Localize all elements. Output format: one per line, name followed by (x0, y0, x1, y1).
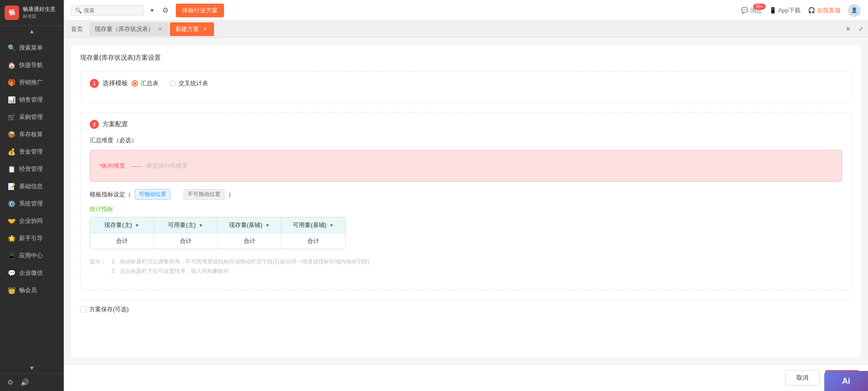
ai-float-button[interactable]: Ai (824, 371, 868, 391)
col-1-chevron-icon[interactable]: ▼ (199, 223, 203, 228)
section1-header: 1 选择模板 汇总表 交叉统计表 (90, 79, 842, 88)
stats-col-3-label: 可用量(基辅) (293, 221, 327, 229)
message-badge: 99+ (753, 4, 766, 10)
cooperation-icon: 🤝 (7, 217, 15, 225)
sidebar-item-sales-label: 销售管理 (19, 96, 43, 104)
sidebar-item-system-label: 系统管理 (19, 200, 43, 208)
sidebar-item-search[interactable]: 🔍 搜索菜单 (0, 39, 64, 57)
scroll-down-btn[interactable]: ▼ (0, 363, 64, 373)
sidebar-nav: 🔍 搜索菜单 🏠 快捷导航 🎁 营销推广 📊 销售管理 🛒 采购管理 📦 库存核… (0, 36, 64, 363)
radio-cross[interactable]: 交叉统计表 (169, 79, 208, 87)
section2-title: 方案配置 (102, 120, 128, 129)
stats-header-cell-3[interactable]: 可用量(基辅) ▼ (281, 217, 345, 233)
config-section: 2 方案配置 汇总维度（必选） * 纵向维度 —— 请选择分组维度 模板指标设定… (80, 112, 852, 290)
sidebar-item-app-center-label: 应用中心 (19, 252, 43, 260)
inventory-icon: 📦 (7, 130, 15, 139)
volume-icon[interactable]: 🔊 (20, 378, 29, 386)
settings-icon[interactable]: ⚙ (7, 378, 13, 386)
topbar-gear-icon[interactable]: ⚙ (160, 4, 170, 16)
sidebar-item-operation[interactable]: 📋 经营管理 (0, 160, 64, 178)
message-icon: 💬 (741, 7, 748, 14)
save-checkbox[interactable] (80, 306, 87, 313)
indicator-setting-mid (174, 190, 180, 199)
stats-data-cell-0: 合计 (90, 233, 154, 249)
indicator-setting-end: ） (228, 190, 234, 199)
sidebar-item-purchase[interactable]: 🛒 采购管理 (0, 108, 64, 126)
trial-btn[interactable]: 体验行业方案 (176, 4, 224, 17)
section1-title: 选择模板 (102, 79, 128, 87)
dimension-placeholder: 请选择分组维度 (146, 162, 188, 170)
sidebar-item-quick-nav[interactable]: 🏠 快捷导航 (0, 57, 64, 74)
sidebar-item-system[interactable]: ⚙️ 系统管理 (0, 195, 64, 212)
sidebar-item-marketing[interactable]: 🎁 营销推广 (0, 74, 64, 91)
save-option: 方案保存(可选) (80, 299, 852, 319)
basic-info-icon: 📝 (7, 182, 15, 190)
template-section: 1 选择模板 汇总表 交叉统计表 (80, 71, 852, 103)
sidebar-logo: 畅 畅康通好生意 标准版 (0, 0, 64, 26)
tab-home[interactable]: 首页 (66, 22, 88, 36)
ai-label: Ai (842, 376, 850, 386)
sidebar-item-search-label: 搜索菜单 (19, 44, 43, 52)
online-service-btn[interactable]: 🎧 在线客服 (808, 6, 841, 15)
sidebar-item-sales[interactable]: 📊 销售管理 (0, 91, 64, 108)
dimension-area[interactable]: * 纵向维度 —— 请选择分组维度 (90, 150, 842, 182)
scroll-up-btn[interactable]: ▲ (0, 26, 64, 36)
dimension-title: 汇总维度（必选） (90, 136, 842, 144)
section2-num: 2 (90, 120, 99, 129)
service-icon: 🎧 (808, 7, 815, 14)
sidebar-item-wechat-label: 企业微信 (19, 269, 43, 277)
content-area: 现存量(库存状况表)方案设置 1 选择模板 汇总表 交叉统计表 (64, 37, 868, 364)
topbar-search-box[interactable]: 🔍 (71, 5, 144, 16)
sidebar-item-marketing-label: 营销推广 (19, 78, 43, 87)
message-btn[interactable]: 💬 消息 99+ (741, 6, 762, 15)
sidebar-item-new-guide[interactable]: 🌟 新手引导 (0, 230, 64, 247)
brand-name: 畅康通好生意 (23, 6, 56, 13)
tab-new-plan[interactable]: 新建方案 ✕ (170, 22, 214, 36)
sidebar-item-inventory[interactable]: 📦 库存核算 (0, 126, 64, 143)
sales-icon: 📊 (7, 96, 15, 104)
col-3-chevron-icon[interactable]: ▼ (329, 223, 334, 228)
sidebar-item-purchase-label: 采购管理 (19, 113, 43, 121)
app-label: App下载 (778, 6, 801, 15)
tab-home-label: 首页 (71, 25, 83, 33)
expand-tabs-btn[interactable]: ⤢ (855, 24, 866, 35)
indicator-setting: 模板指标设定（ 可拖动位置 不可拖动位置 ） (90, 189, 842, 200)
user-avatar[interactable]: 👤 (848, 4, 861, 17)
stats-header-cell-1[interactable]: 可用量(主) ▼ (154, 217, 218, 233)
radio-summary[interactable]: 汇总表 (132, 79, 158, 87)
tab-inventory-status[interactable]: 现存量（库存状况表） ✕ (89, 22, 169, 36)
sidebar-item-cooperation[interactable]: 🤝 企业协同 (0, 212, 64, 230)
col-2-chevron-icon[interactable]: ▼ (265, 223, 270, 228)
topbar-left: 🔍 ▼ ⚙ 体验行业方案 (71, 4, 224, 17)
content-inner: 现存量(库存状况表)方案设置 1 选择模板 汇总表 交叉统计表 (71, 45, 861, 357)
indicator-setting-prefix: 模板指标设定（ (90, 190, 131, 199)
topbar-right: 💬 消息 99+ 📱 App下载 🎧 在线客服 👤 (741, 4, 861, 17)
tabs-bar: 首页 现存量（库存状况表） ✕ 新建方案 ✕ ✕ ⤢ (64, 21, 868, 37)
stats-data-row: 合计 合计 合计 合计 (90, 233, 345, 249)
sidebar-item-finance[interactable]: 💰 资金管理 (0, 143, 64, 160)
col-0-chevron-icon[interactable]: ▼ (135, 223, 139, 228)
sidebar-item-member-label: 畅会员 (19, 286, 37, 294)
topbar: 🔍 ▼ ⚙ 体验行业方案 💬 消息 99+ 📱 App下载 🎧 在线客服 👤 (64, 0, 868, 21)
close-all-tabs-btn[interactable]: ✕ (842, 24, 853, 35)
stats-header-cell-0[interactable]: 现存量(主) ▼ (90, 217, 154, 233)
dimension-dash: —— (131, 163, 143, 170)
tab-inventory-close-icon[interactable]: ✕ (157, 26, 163, 32)
tips-section: 提示： 1. 拖动标题栏可以调整布局，不可跨维度或指标区域拖动栏目字段(只能在同… (90, 258, 842, 275)
stats-header-row: 现存量(主) ▼ 可用量(主) ▼ 现存量(基辅) ▼ (90, 217, 345, 233)
cancel-button[interactable]: 取消 (785, 370, 820, 386)
sidebar-item-basic-info[interactable]: 📝 基础信息 (0, 178, 64, 195)
section1-num: 1 (90, 79, 99, 88)
topbar-dropdown-icon[interactable]: ▼ (149, 7, 155, 14)
search-input[interactable] (84, 7, 138, 14)
search-menu-icon: 🔍 (7, 44, 15, 52)
app-download-btn[interactable]: 📱 App下载 (769, 6, 801, 15)
stats-header-cell-2[interactable]: 现存量(基辅) ▼ (218, 217, 281, 233)
sidebar-item-app-center[interactable]: 📱 应用中心 (0, 247, 64, 264)
sidebar-item-member[interactable]: 👑 畅会员 (0, 282, 64, 299)
stats-data-cell-2: 合计 (218, 233, 281, 249)
stats-title: 统计指标 (90, 205, 842, 213)
sidebar-item-wechat[interactable]: 💬 企业微信 (0, 264, 64, 282)
tab-new-plan-close-icon[interactable]: ✕ (202, 26, 209, 32)
save-option-label: 方案保存(可选) (89, 305, 129, 314)
